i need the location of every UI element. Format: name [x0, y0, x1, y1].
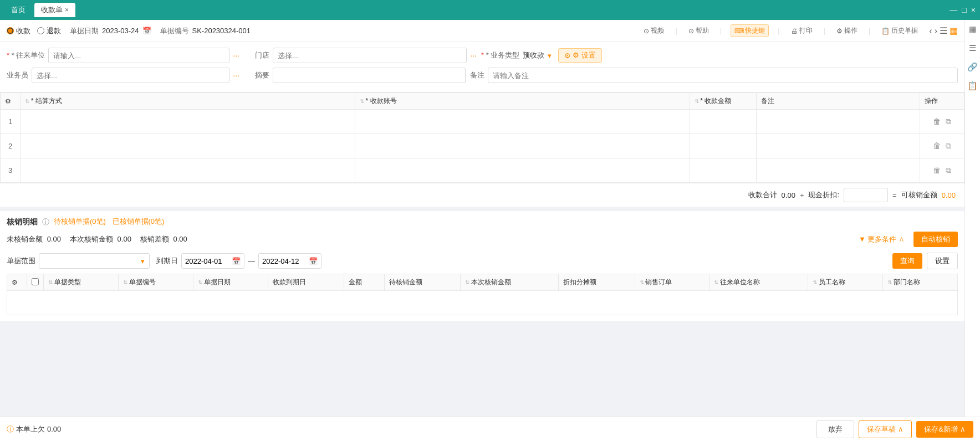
grid-view-icon[interactable]: ▦ [950, 25, 958, 36]
counterparty-more-icon[interactable]: ··· [233, 51, 239, 60]
window-max-btn[interactable]: □ [962, 6, 966, 14]
pending-tab[interactable]: 待核销单据(0笔) [54, 217, 106, 227]
due-date-label: 到期日 [156, 256, 178, 266]
help-btn[interactable]: ⊙ 帮助 [686, 26, 711, 35]
action-cell-3: 🗑 ⧉ [920, 158, 964, 183]
due-date-field: 到期日 📅 — 📅 [156, 253, 321, 269]
delete-row-3-icon[interactable]: 🗑 [933, 166, 941, 175]
query-btn[interactable]: 查询 [892, 253, 922, 269]
print-btn[interactable]: 🖨 打印 [789, 26, 815, 35]
select-all-checkbox[interactable] [32, 278, 39, 285]
operation-col-header: 操作 [920, 93, 964, 110]
list-view-icon[interactable]: ☰ [940, 25, 947, 36]
amount-cell-3[interactable] [690, 158, 756, 183]
copy-row-3-icon[interactable]: ⧉ [946, 166, 951, 175]
video-btn[interactable]: ⊙ 视频 [641, 26, 666, 35]
bottom-gear-col[interactable]: ⚙ [7, 274, 27, 291]
copy-row-2-icon[interactable]: ⧉ [946, 141, 951, 150]
row-num-2: 2 [1, 134, 21, 158]
doc-num-col: ⇅ 单据编号 [118, 274, 193, 291]
settings-button[interactable]: ⚙ ⚙ 设置 [558, 48, 602, 63]
account-cell-1[interactable] [355, 110, 690, 134]
action-cell-1: 🗑 ⧉ [920, 110, 964, 134]
remark-cell-1[interactable] [756, 110, 920, 134]
cal-to-icon[interactable]: 📅 [309, 257, 318, 265]
window-close-btn[interactable]: × [971, 6, 976, 14]
bottom-table-section: ⚙ ⇅ 单据类型 ⇅ 单据编号 ⇅ 单据日期 收款到期日 金额 待核销金额 ⇅ … [7, 274, 958, 315]
reconcile-stats: 未核销金额 0.00 本次核销金额 0.00 核销差额 0.00 ▼ 更多条件 … [7, 232, 958, 247]
store-more-icon[interactable]: ··· [470, 51, 477, 60]
more-filter-btn[interactable]: ▼ 更多条件 ∧ [859, 234, 905, 244]
action-cell-2: 🗑 ⧉ [920, 134, 964, 158]
settlement-cell-3[interactable] [21, 158, 355, 183]
copy-row-1-icon[interactable]: ⧉ [946, 117, 951, 126]
biz-type-field: * 业务类型 预收款 ▾ ⚙ ⚙ 设置 [481, 48, 958, 63]
date-calendar-icon[interactable]: 📅 [142, 27, 151, 35]
remark-cell-2[interactable] [756, 134, 920, 158]
table-row: 2 🗑 ⧉ [1, 134, 964, 158]
store-input[interactable] [273, 48, 467, 63]
delete-row-2-icon[interactable]: 🗑 [933, 141, 941, 150]
sort-icon: ⇅ [695, 98, 701, 104]
staff-more-icon[interactable]: ··· [233, 71, 239, 80]
operation-btn[interactable]: ⚙ 操作 [834, 26, 860, 35]
delete-row-1-icon[interactable]: 🗑 [933, 117, 941, 126]
doc-date-col: ⇅ 单据日期 [193, 274, 268, 291]
table-container: ⚙ ⇅ * 结算方式 ⇅ * 收款账号 ⇅ * 收款金额 [0, 93, 964, 183]
range-label: 单据范围 [7, 256, 35, 266]
receipt-tab[interactable]: 收款单 × [34, 3, 75, 17]
due-date-from-input[interactable] [185, 257, 229, 265]
biz-type-dropdown-icon[interactable]: ▾ [548, 52, 552, 60]
settlement-cell-1[interactable] [21, 110, 355, 134]
discount-input[interactable] [844, 188, 888, 202]
account-cell-2[interactable] [355, 134, 690, 158]
number-field: 单据编号 SK-20230324-001 [160, 26, 251, 36]
bottom-table: ⚙ ⇅ 单据类型 ⇅ 单据编号 ⇅ 单据日期 收款到期日 金额 待核销金额 ⇅ … [7, 274, 958, 315]
next-icon[interactable]: › [935, 26, 937, 36]
settlement-cell-2[interactable] [21, 134, 355, 158]
sidebar-table-icon[interactable]: ▦ [969, 24, 977, 34]
filter-settings-btn[interactable]: 设置 [927, 253, 958, 269]
staff-input[interactable] [32, 68, 229, 83]
sidebar-link-icon[interactable]: 🔗 [967, 62, 978, 72]
staff-label: 业务员 [7, 70, 28, 80]
window-min-btn[interactable]: — [950, 6, 957, 14]
counterparty-name-col: ⇅ 往来单位名称 [710, 274, 808, 291]
counterparty-input[interactable] [48, 48, 229, 63]
sidebar-list-icon[interactable]: ☰ [969, 43, 976, 53]
remarks-input[interactable] [488, 68, 958, 83]
due-date-to-container: 📅 [258, 253, 321, 269]
auto-reconcile-btn[interactable]: 自动核销 [913, 232, 958, 247]
avail-value: 0.00 [942, 191, 956, 199]
close-tab-icon[interactable]: × [65, 6, 69, 14]
account-cell-3[interactable] [355, 158, 690, 183]
reconcile-title: 核销明细 [7, 217, 38, 227]
shortcut-icon: ⌨ [734, 27, 744, 35]
form-row-1: * 往来单位 ··· 门店 ··· * 业务类型 预收款 ▾ ⚙ ⚙ 设置 [7, 48, 958, 63]
range-select[interactable]: ▾ [39, 253, 150, 269]
remark-cell-3[interactable] [756, 158, 920, 183]
prev-icon[interactable]: ‹ [929, 26, 932, 36]
due-date-to-input[interactable] [262, 257, 307, 265]
sidebar-clipboard-icon[interactable]: 📋 [967, 81, 978, 91]
refund-radio[interactable]: 退款 [37, 26, 61, 36]
done-tab[interactable]: 已核销单据(0笔) [113, 217, 165, 227]
range-dropdown-icon: ▾ [141, 257, 145, 265]
shortcut-btn[interactable]: ⌨ 快捷键 [731, 24, 769, 37]
amount-cell-2[interactable] [690, 134, 756, 158]
date-field: 单据日期 2023-03-24 📅 [70, 26, 151, 36]
history-btn[interactable]: 📋 历史单据 [879, 26, 920, 35]
receipt-table: ⚙ ⇅ * 结算方式 ⇅ * 收款账号 ⇅ * 收款金额 [0, 93, 964, 183]
discount-label: 现金折扣: [808, 190, 839, 200]
cal-from-icon[interactable]: 📅 [232, 257, 241, 265]
reconcile-section: 核销明细 ⓘ 待核销单据(0笔) 已核销单据(0笔) 未核销金额 0.00 本次… [0, 211, 964, 321]
checkbox-col[interactable] [27, 274, 44, 291]
summary-input[interactable] [273, 68, 466, 83]
receive-radio[interactable]: 收款 [7, 26, 30, 36]
remarks-label: 备注 [470, 70, 484, 80]
amount-cell-1[interactable] [690, 110, 756, 134]
home-tab[interactable]: 首页 [4, 3, 32, 17]
biz-type-value: 预收款 [523, 50, 544, 60]
receipt-tab-label: 收款单 [41, 5, 63, 15]
gear-col-header[interactable]: ⚙ [1, 93, 21, 110]
